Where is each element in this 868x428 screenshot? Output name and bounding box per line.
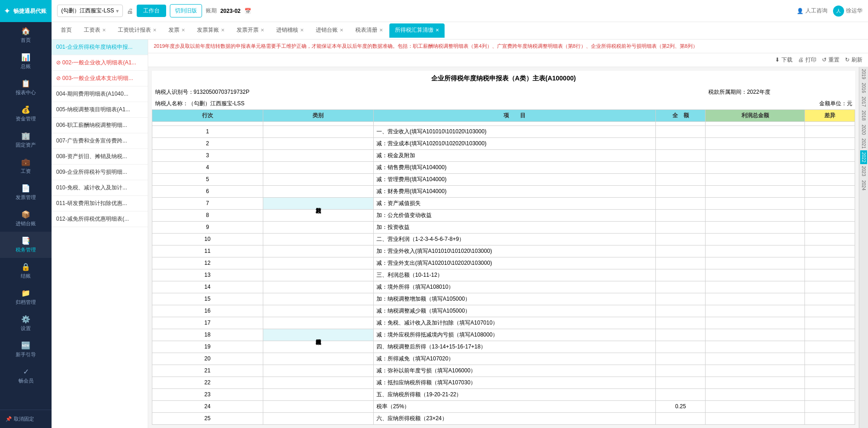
tab-9[interactable]: 所得税汇算清缴✕ <box>389 23 445 38</box>
amount-25[interactable] <box>656 412 706 424</box>
sidebar-item-invoice[interactable]: 📄发票管理 <box>0 179 52 205</box>
tab-3[interactable]: 发票✕ <box>163 23 191 38</box>
profit-7[interactable] <box>706 197 804 209</box>
year-2016[interactable]: 2016 <box>860 81 867 95</box>
sidebar-item-archive[interactable]: 📁归档管理 <box>0 284 52 310</box>
amount-18[interactable] <box>656 329 706 341</box>
tab-1[interactable]: 工资表✕ <box>78 23 111 38</box>
tab-close-9[interactable]: ✕ <box>435 28 439 33</box>
profit-24[interactable] <box>706 400 804 412</box>
tab-close-1[interactable]: ✕ <box>102 28 106 33</box>
profit-25[interactable] <box>706 412 804 424</box>
left-panel-item-008[interactable]: 008-资产折旧、摊销及纳税... <box>52 149 148 165</box>
left-panel-item-005[interactable]: 005-纳税调整项目明细表(A1... <box>52 102 148 118</box>
amount-11[interactable] <box>656 245 706 257</box>
diff-11[interactable] <box>804 245 855 257</box>
amount-16[interactable] <box>656 305 706 317</box>
diff-10[interactable] <box>804 233 855 245</box>
amount-5[interactable] <box>656 173 706 185</box>
tab-6[interactable]: 进销稽核✕ <box>271 23 309 38</box>
workbench-button[interactable]: 工作台 <box>137 5 166 17</box>
profit-10[interactable] <box>706 233 804 245</box>
profit-8[interactable] <box>706 209 804 221</box>
sidebar-item-fund[interactable]: 💰资金管理 <box>0 101 52 127</box>
profit-11[interactable] <box>706 245 804 257</box>
profit-18[interactable] <box>706 329 804 341</box>
download-button[interactable]: ⬇ 下载 <box>775 56 793 64</box>
profit-5[interactable] <box>706 173 804 185</box>
diff-17[interactable] <box>804 317 855 329</box>
left-panel-item-004[interactable]: 004-期间费用明细表(A1040... <box>52 86 148 102</box>
profit-19[interactable] <box>706 341 804 353</box>
reset-button[interactable]: ↺ 重置 <box>822 56 839 64</box>
amount-15[interactable] <box>656 293 706 305</box>
year-2022[interactable]: 2022 <box>860 150 867 164</box>
diff-14[interactable] <box>804 281 855 293</box>
sidebar-item-guide[interactable]: 🆕新手引导 <box>0 337 52 363</box>
sidebar-item-home[interactable]: 🏠首页 <box>0 22 52 48</box>
profit-9[interactable] <box>706 221 804 233</box>
diff-20[interactable] <box>804 353 855 365</box>
amount-13[interactable] <box>656 269 706 281</box>
amount-23[interactable] <box>656 388 706 400</box>
sidebar-item-report[interactable]: 📋报表中心 <box>0 74 52 101</box>
diff-0[interactable] <box>804 121 855 126</box>
sidebar-item-member[interactable]: ✓畅会员 <box>0 363 52 389</box>
amount-22[interactable] <box>656 377 706 388</box>
left-panel-item-009[interactable]: 009-企业所得税补亏损明细... <box>52 165 148 180</box>
diff-2[interactable] <box>804 137 855 149</box>
amount-7[interactable] <box>656 197 706 209</box>
left-panel-item-011[interactable]: 011-研发费用加计扣除优惠... <box>52 196 148 211</box>
profit-20[interactable] <box>706 353 804 365</box>
diff-5[interactable] <box>804 173 855 185</box>
left-panel-item-003[interactable]: ⊘ 003-一般企业成本支出明细... <box>52 71 148 86</box>
amount-4[interactable] <box>656 161 706 173</box>
year-2024[interactable]: 2024 <box>860 178 867 192</box>
diff-24[interactable] <box>804 400 855 412</box>
tab-close-3[interactable]: ✕ <box>181 28 185 33</box>
sidebar-item-asset[interactable]: 🏢固定资产 <box>0 127 52 153</box>
tab-2[interactable]: 工资统计报表✕ <box>112 23 162 38</box>
year-2021[interactable]: 2021 <box>860 137 867 150</box>
profit-6[interactable] <box>706 185 804 197</box>
year-2020[interactable]: 2020 <box>860 123 867 137</box>
diff-25[interactable] <box>804 412 855 424</box>
diff-4[interactable] <box>804 161 855 173</box>
user-service[interactable]: 👤 人工咨询 <box>797 7 827 15</box>
diff-6[interactable] <box>804 185 855 197</box>
amount-19[interactable] <box>656 341 706 353</box>
profit-1[interactable] <box>706 126 804 137</box>
left-panel-item-010[interactable]: 010-免税、减计收入及加计... <box>52 180 148 196</box>
sidebar-item-ledger[interactable]: 📊总账 <box>0 48 52 74</box>
sidebar-item-settings[interactable]: ⚙️设置 <box>0 310 52 337</box>
tab-4[interactable]: 发票算账✕ <box>191 23 230 38</box>
profit-17[interactable] <box>706 317 804 329</box>
diff-8[interactable] <box>804 209 855 221</box>
diff-16[interactable] <box>804 305 855 317</box>
amount-10[interactable] <box>656 233 706 245</box>
diff-13[interactable] <box>804 269 855 281</box>
tab-7[interactable]: 进销台账✕ <box>310 23 349 38</box>
diff-21[interactable] <box>804 365 855 377</box>
amount-6[interactable] <box>656 185 706 197</box>
sidebar-item-close[interactable]: 🔒结账 <box>0 258 52 284</box>
amount-14[interactable] <box>656 281 706 293</box>
profit-22[interactable] <box>706 377 804 388</box>
amount-21[interactable] <box>656 365 706 377</box>
calendar-icon[interactable]: 📅 <box>244 8 251 14</box>
amount-24[interactable]: 0.25 <box>656 400 706 412</box>
amount-0[interactable] <box>656 121 706 126</box>
profit-15[interactable] <box>706 293 804 305</box>
profit-4[interactable] <box>706 161 804 173</box>
amount-3[interactable] <box>656 149 706 161</box>
profit-2[interactable] <box>706 137 804 149</box>
year-2018[interactable]: 2018 <box>860 108 867 122</box>
year-2019[interactable]: 2019 <box>860 67 867 81</box>
old-version-button[interactable]: 切到旧版 <box>170 4 202 17</box>
amount-9[interactable] <box>656 221 706 233</box>
amount-20[interactable] <box>656 353 706 365</box>
left-panel-item-006[interactable]: 006-职工薪酬纳税调整明细... <box>52 118 148 133</box>
diff-3[interactable] <box>804 149 855 161</box>
profit-12[interactable] <box>706 257 804 269</box>
diff-9[interactable] <box>804 221 855 233</box>
